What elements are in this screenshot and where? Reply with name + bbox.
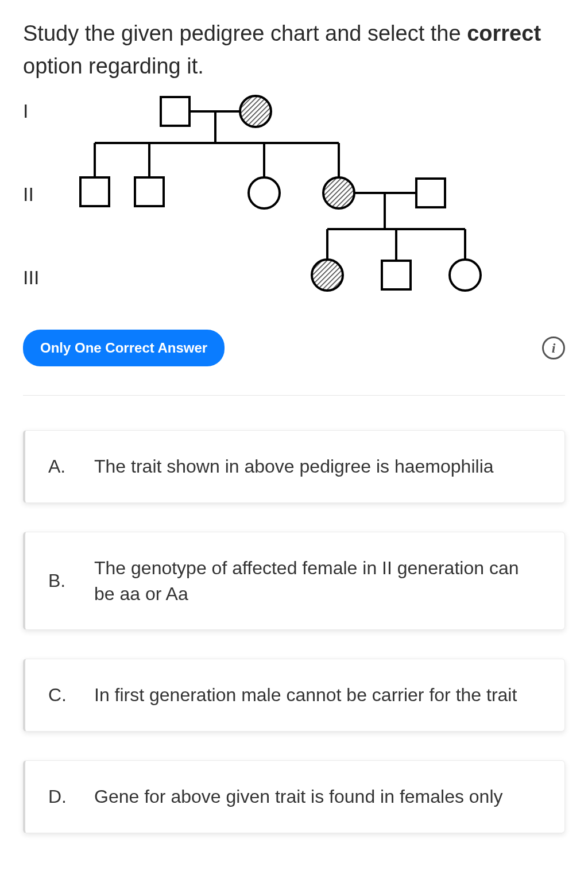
pedigree-female-affected-icon (240, 96, 271, 127)
pedigree-male-icon (416, 179, 445, 207)
pedigree-female-icon (450, 260, 481, 291)
question-text: Study the given pedigree chart and selec… (23, 17, 565, 83)
option-text: In first generation male cannot be carri… (94, 682, 517, 708)
pedigree-female-icon (249, 177, 280, 208)
question-suffix: option regarding it. (23, 54, 204, 78)
option-text: The genotype of affected female in II ge… (94, 555, 541, 607)
options-list: A. The trait shown in above pedigree is … (23, 430, 565, 833)
generation-label-3: III (23, 266, 39, 289)
option-d[interactable]: D. Gene for above given trait is found i… (23, 760, 565, 833)
pedigree-male-icon (135, 177, 164, 206)
option-text: The trait shown in above pedigree is hae… (94, 454, 494, 479)
answer-mode-badge: Only One Correct Answer (23, 330, 225, 366)
question-bold: correct (467, 21, 541, 45)
option-letter: D. (48, 786, 71, 807)
pedigree-male-icon (80, 177, 109, 206)
divider (23, 395, 565, 396)
option-a[interactable]: A. The trait shown in above pedigree is … (23, 430, 565, 503)
pedigree-female-affected-icon (323, 177, 354, 208)
info-icon[interactable]: i (542, 336, 565, 359)
question-prefix: Study the given pedigree chart and selec… (23, 21, 467, 45)
option-c[interactable]: C. In first generation male cannot be ca… (23, 659, 565, 732)
generation-label-1: I (23, 100, 28, 122)
pedigree-chart: I II III (23, 88, 565, 307)
option-letter: C. (48, 684, 71, 706)
option-text: Gene for above given trait is found in f… (94, 784, 503, 810)
option-b[interactable]: B. The genotype of affected female in II… (23, 532, 565, 631)
option-letter: A. (48, 456, 71, 477)
badge-row: Only One Correct Answer i (23, 330, 565, 366)
pedigree-male-icon (382, 261, 411, 289)
pedigree-svg (75, 88, 488, 301)
generation-label-2: II (23, 183, 34, 206)
pedigree-male-icon (161, 97, 189, 126)
option-letter: B. (48, 570, 71, 591)
pedigree-female-affected-icon (312, 260, 343, 291)
